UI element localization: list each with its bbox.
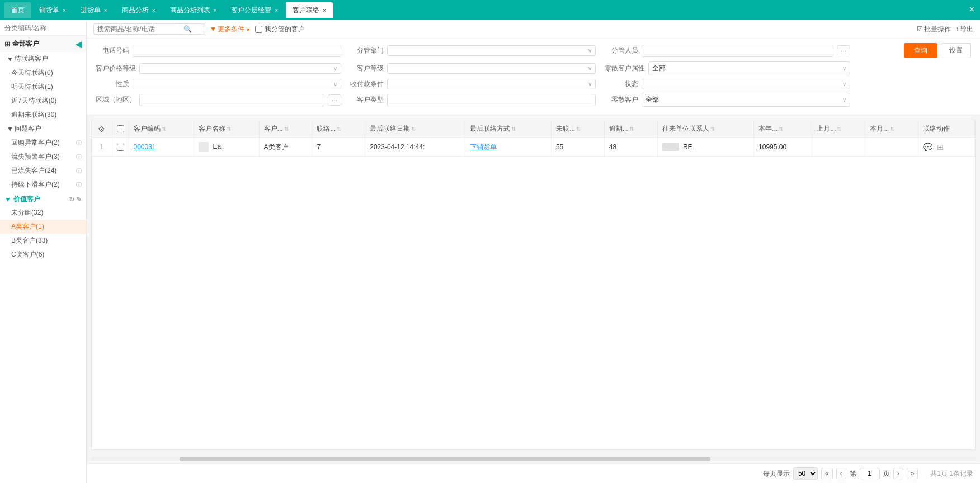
- dept-select[interactable]: ∨: [387, 45, 596, 56]
- tab-sales-close[interactable]: ×: [63, 7, 66, 13]
- manager-ellipsis-btn[interactable]: ···: [837, 45, 850, 56]
- th-settings[interactable]: ⚙: [92, 120, 112, 138]
- sort-icon-last-contact-date: ⇅: [411, 126, 416, 132]
- adv-filter-row-1: 电话号码 分管部门 ∨ 分管人员 ··· 查询 设置: [96, 43, 971, 58]
- horizontal-scrollbar[interactable]: [91, 457, 976, 461]
- sidebar-item-churn-warning[interactable]: 流失预警客户(3) ⓘ: [0, 150, 86, 164]
- sidebar-item-churned[interactable]: 已流失客户(24) ⓘ: [0, 164, 86, 178]
- more-action-icon[interactable]: ⊞: [937, 143, 944, 151]
- tab-customer-tier-close[interactable]: ×: [275, 7, 278, 13]
- info-icon-churned: ⓘ: [76, 167, 82, 175]
- row-name[interactable]: Ea: [194, 138, 260, 157]
- retail-select[interactable]: 全部 ∨: [642, 93, 850, 107]
- row-last-contact-method[interactable]: 下销货单: [465, 138, 552, 157]
- window-close-button[interactable]: ×: [969, 4, 974, 15]
- tab-purchase-close[interactable]: ×: [104, 7, 107, 13]
- my-customers-checkbox[interactable]: [255, 26, 262, 33]
- batch-ops-btn[interactable]: ☑ 批量操作: [917, 25, 951, 34]
- sidebar-item-c-class[interactable]: C类客户(6): [0, 248, 86, 262]
- tab-goods-analysis[interactable]: 商品分析 ×: [115, 2, 162, 18]
- price-level-select[interactable]: ∨: [139, 63, 341, 74]
- scrollbar-thumb[interactable]: [180, 457, 710, 461]
- adv-filter-phone: 电话号码: [96, 45, 350, 57]
- th-no-contact-days[interactable]: 未联... ⇅: [551, 120, 604, 138]
- table-wrapper[interactable]: ⚙ 客户编码 ⇅: [92, 120, 975, 449]
- tab-goods-analysis-list-close[interactable]: ×: [214, 7, 217, 13]
- all-customers-header[interactable]: ⊞ 全部客户 ◀: [0, 36, 86, 52]
- customer-type-input[interactable]: [387, 94, 596, 106]
- phone-input[interactable]: [133, 45, 341, 57]
- more-filters-btn[interactable]: ▼ 更多条件 ∨: [210, 25, 251, 34]
- tab-customer-tier[interactable]: 客户分层经营 ×: [224, 2, 285, 18]
- sidebar-item-b-class[interactable]: B类客户(33): [0, 234, 86, 248]
- problem-customers-group[interactable]: ▼ 问题客户: [0, 122, 86, 136]
- row-action: 💬 ⊞: [918, 138, 974, 157]
- nature-select[interactable]: ∨: [133, 79, 341, 89]
- th-no-contact-days-label: 未联...: [556, 124, 575, 134]
- th-this-month[interactable]: 本月... ⇅: [865, 120, 918, 138]
- query-button[interactable]: 查询: [904, 43, 937, 58]
- tab-home[interactable]: 首页: [4, 2, 31, 18]
- tab-customer-contact[interactable]: 客户联络 ×: [286, 2, 333, 18]
- sidebar-item-a-class[interactable]: A类客户(1): [0, 220, 86, 234]
- table-settings-icon[interactable]: ⚙: [98, 125, 105, 134]
- content-area: 🔍 ▼ 更多条件 ∨ 我分管的客户 ☑ 批量操作 ↑ 导出: [87, 20, 980, 483]
- sort-icon-no-contact-days: ⇅: [576, 126, 581, 132]
- th-type[interactable]: 客户... ⇅: [259, 120, 312, 138]
- next-page-btn[interactable]: ›: [893, 468, 903, 479]
- th-last-contact-method[interactable]: 最后联络方式 ⇅: [465, 120, 552, 138]
- more-filters-label: 更多条件: [218, 25, 244, 34]
- first-page-btn[interactable]: «: [821, 468, 833, 479]
- th-last-month[interactable]: 上月... ⇅: [812, 120, 865, 138]
- sidebar-item-repurchase-abnormal[interactable]: 回购异常客户(2) ⓘ: [0, 136, 86, 150]
- refresh-icon[interactable]: ↻: [69, 196, 74, 203]
- th-code[interactable]: 客户编码 ⇅: [129, 120, 194, 138]
- region-input[interactable]: [139, 94, 324, 106]
- row-checkbox[interactable]: [117, 144, 124, 151]
- sidebar-item-7days[interactable]: 近7天待联络(0): [0, 94, 86, 108]
- th-overdue[interactable]: 逾期... ⇅: [604, 120, 657, 138]
- sidebar-search-input[interactable]: [4, 24, 87, 32]
- th-last-contact-date[interactable]: 最后联络日期 ⇅: [365, 120, 465, 138]
- adv-filter-payment: 收付款条件 ∨: [350, 79, 605, 89]
- sidebar-item-unclassified[interactable]: 未分组(32): [0, 206, 86, 220]
- prev-page-btn[interactable]: ‹: [836, 468, 846, 479]
- tab-purchase[interactable]: 进货单 ×: [74, 2, 114, 18]
- manager-input[interactable]: [642, 45, 833, 57]
- th-contact-person[interactable]: 往来单位联系人 ⇅: [657, 120, 754, 138]
- sort-icon-contact-person: ⇅: [710, 126, 715, 132]
- th-name[interactable]: 客户名称 ⇅: [194, 120, 260, 138]
- sidebar-collapse-icon[interactable]: ◀: [76, 40, 82, 49]
- per-page-select[interactable]: 50: [793, 467, 818, 480]
- last-page-btn[interactable]: »: [907, 468, 918, 479]
- select-all-checkbox[interactable]: [117, 125, 124, 132]
- customer-level-select[interactable]: ∨: [387, 63, 596, 74]
- edit-icon[interactable]: ✎: [76, 196, 82, 203]
- retail-attr-select[interactable]: 全部 ∨: [648, 61, 850, 75]
- tab-goods-analysis-list[interactable]: 商品分析列表 ×: [163, 2, 224, 18]
- sidebar-item-declining[interactable]: 持续下滑客户(2) ⓘ: [0, 178, 86, 192]
- status-label: 状态: [605, 79, 638, 89]
- filter-search-icon[interactable]: 🔍: [183, 25, 192, 33]
- payment-select[interactable]: ∨: [387, 79, 596, 89]
- filter-search-input[interactable]: [97, 25, 181, 33]
- region-ellipsis-btn[interactable]: ···: [328, 94, 341, 106]
- sidebar-item-overdue[interactable]: 逾期未联络(30): [0, 108, 86, 122]
- setting-button[interactable]: 设置: [941, 43, 971, 58]
- row-code[interactable]: 000031: [129, 138, 194, 157]
- last-contact-method-link[interactable]: 下销货单: [470, 143, 497, 151]
- customer-level-label: 客户等级: [350, 64, 384, 73]
- current-page-input[interactable]: [860, 468, 880, 479]
- sidebar-item-tomorrow[interactable]: 明天待联络(1): [0, 80, 86, 94]
- th-last-contact-date-label: 最后联络日期: [370, 124, 410, 134]
- contact-action-icon[interactable]: 💬: [923, 143, 932, 151]
- pending-contact-group[interactable]: ▼ 待联络客户: [0, 52, 86, 66]
- th-this-year[interactable]: 本年... ⇅: [754, 120, 812, 138]
- export-btn[interactable]: ↑ 导出: [955, 25, 973, 34]
- tab-customer-contact-close[interactable]: ×: [323, 7, 326, 13]
- sidebar-item-today[interactable]: 今天待联络(0): [0, 66, 86, 80]
- th-contact-count[interactable]: 联络... ⇅: [312, 120, 365, 138]
- tab-sales[interactable]: 销货单 ×: [32, 2, 73, 18]
- tab-goods-analysis-close[interactable]: ×: [152, 7, 156, 13]
- status-select[interactable]: ∨: [642, 79, 850, 89]
